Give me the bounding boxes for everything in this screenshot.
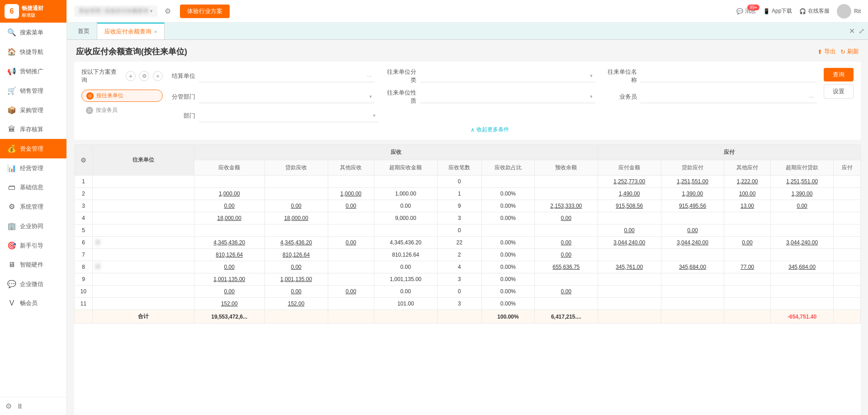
tab-home[interactable]: 首页 [71,23,97,39]
cell-ar-amount[interactable]: 810,126.64 [194,249,264,261]
sidebar-item-wechat[interactable]: 💬 企业微信 [0,274,66,294]
sidebar-item-marketing[interactable]: 📢 营销推广 [0,62,66,81]
cell-ap-amount[interactable] [598,298,661,310]
cell-ap-overdue[interactable] [770,286,834,298]
tab-close-all-icon[interactable]: ✕ [849,27,855,35]
cell-ap-other[interactable]: 100.00 [724,188,770,200]
cell-ap-other[interactable] [724,212,770,224]
cell-ap-loan[interactable] [661,298,724,310]
cell-ap-loan[interactable] [661,286,724,298]
cell-ap-overdue[interactable] [770,298,834,310]
cell-ap-loan[interactable] [661,212,724,224]
cell-ar-other[interactable] [328,298,374,310]
filter-option-partner[interactable]: ⊙ 按往来单位 [81,90,163,102]
cell-ar-amount[interactable]: 0.00 [194,286,264,298]
sidebar-item-quicknav[interactable]: 🏠 快捷导航 [0,42,66,62]
filter-input-category[interactable]: ▾ [420,70,596,82]
cell-ar-prepay[interactable]: 0.00 [534,237,598,249]
cell-ap-loan[interactable] [661,249,724,261]
cell-ap-amount[interactable]: 915,508.56 [598,200,661,212]
cell-ar-loan[interactable] [264,224,328,237]
cell-ar-loan[interactable]: 0.00 [264,261,328,273]
cell-ar-amount[interactable]: 152.00 [194,298,264,310]
cell-ar-other[interactable]: 0.00 [328,286,374,298]
cell-ar-amount[interactable]: 0.00 [194,200,264,212]
cell-ar-amount[interactable]: 18,000.00 [194,212,264,224]
cell-ap-amount[interactable]: 345,761.00 [598,261,661,273]
query-button[interactable]: 查询 [824,68,854,81]
cell-ap-amount[interactable] [598,286,661,298]
cell-ap-amount[interactable] [598,249,661,261]
cell-ar-other[interactable] [328,224,374,237]
cell-ap-loan[interactable] [661,273,724,286]
cell-ap-loan[interactable]: 1,251,551.00 [661,176,724,188]
cell-ap-other[interactable]: 0.00 [724,237,770,249]
cell-ap-amount[interactable] [598,273,661,286]
cell-ap-loan[interactable]: 1,390.00 [661,188,724,200]
cell-ar-prepay[interactable] [534,298,598,310]
cell-ar-amount[interactable]: 4,345,436.20 [194,237,264,249]
cell-ar-prepay[interactable]: 0.00 [534,212,598,224]
cell-ar-amount[interactable] [194,224,264,237]
tab-query[interactable]: 应收应付余额查询 × [97,23,165,39]
cell-ar-other[interactable] [328,249,374,261]
cell-ap-other[interactable] [724,249,770,261]
cell-ar-prepay[interactable]: 2,153,333.00 [534,200,598,212]
sidebar-item-operations[interactable]: 📊 经营管理 [0,158,66,178]
cell-ap-amount[interactable]: 0.00 [598,224,661,237]
settings-button[interactable]: 设置 [824,84,854,99]
filter-add-button[interactable]: + [126,71,136,81]
cell-ar-loan[interactable]: 0.00 [264,200,328,212]
sidebar-settings-button[interactable]: ⚙ [5,402,12,410]
cell-ap-other[interactable]: 77.00 [724,261,770,273]
cell-ar-amount[interactable]: 0.00 [194,261,264,273]
cell-ap-loan[interactable]: 915,495.56 [661,200,724,212]
cell-ar-other[interactable]: 1,000.00 [328,188,374,200]
table-settings-icon[interactable]: ⚙ [80,157,86,164]
cell-ar-loan[interactable]: 810,126.64 [264,249,328,261]
cell-ar-other[interactable] [328,273,374,286]
filter-input-staff[interactable]: ··· [641,91,816,103]
cell-ar-other[interactable] [328,212,374,224]
cell-ar-prepay[interactable]: 0.00 [534,286,598,298]
topbar-gear-icon[interactable]: ⚙ [165,7,171,15]
cell-ap-amount[interactable]: 1,252,773.00 [598,176,661,188]
cell-ar-other[interactable] [328,261,374,273]
cell-ap-overdue[interactable]: 345,684.00 [770,261,834,273]
sidebar-item-sales[interactable]: 🛒 销售管理 [0,81,66,100]
cell-ap-overdue[interactable] [770,212,834,224]
solution-button[interactable]: 体验行业方案 [180,5,230,18]
app-download-button[interactable]: 📱 App下载 [763,7,792,15]
cell-ar-prepay[interactable] [534,273,598,286]
sidebar-item-enterprise[interactable]: 🏢 企业协同 [0,216,66,236]
sidebar-item-guide[interactable]: 🎯 新手引导 [0,236,66,255]
sidebar-item-basic[interactable]: 🗃 基础信息 [0,178,66,197]
cell-ar-prepay[interactable] [534,188,598,200]
collapse-button[interactable]: ∧ 收起更多条件 [471,126,509,134]
cell-ap-loan[interactable]: 3,044,240.00 [661,237,724,249]
messages-button[interactable]: 💬 消息 99+ [736,7,756,15]
filter-input-partner-nature[interactable]: ▾ [420,91,596,103]
cell-ar-loan[interactable]: 4,345,436.20 [264,237,328,249]
cell-ap-overdue[interactable]: 3,044,240.00 [770,237,834,249]
online-service-button[interactable]: 🎧 在线客服 [799,7,830,15]
sidebar-item-member[interactable]: V 畅会员 [0,294,66,313]
sidebar-item-search[interactable]: 🔍 搜索菜单 [0,23,66,42]
user-area[interactable]: Rit [837,4,861,19]
cell-ap-overdue[interactable]: 1,251,551.00 [770,176,834,188]
cell-ap-overdue[interactable] [770,273,834,286]
cell-ap-other[interactable] [724,286,770,298]
cell-ar-loan[interactable]: 18,000.00 [264,212,328,224]
cell-ap-amount[interactable]: 1,490.00 [598,188,661,200]
cell-ap-overdue[interactable]: 0.00 [770,200,834,212]
cell-ar-amount[interactable] [194,176,264,188]
sidebar-item-inventory[interactable]: 🏛 库存核算 [0,120,66,139]
cell-ar-loan[interactable] [264,176,328,188]
cell-ap-amount[interactable] [598,212,661,224]
cell-ap-other[interactable] [724,298,770,310]
sidebar-item-system[interactable]: ⚙ 系统管理 [0,197,66,216]
filter-option-staff[interactable]: ⊙ 按业务员 [81,105,163,116]
cell-ar-prepay[interactable]: 655,636.75 [534,261,598,273]
sidebar-item-hardware[interactable]: 🖥 智能硬件 [0,255,66,274]
cell-ar-amount[interactable]: 1,000.00 [194,188,264,200]
